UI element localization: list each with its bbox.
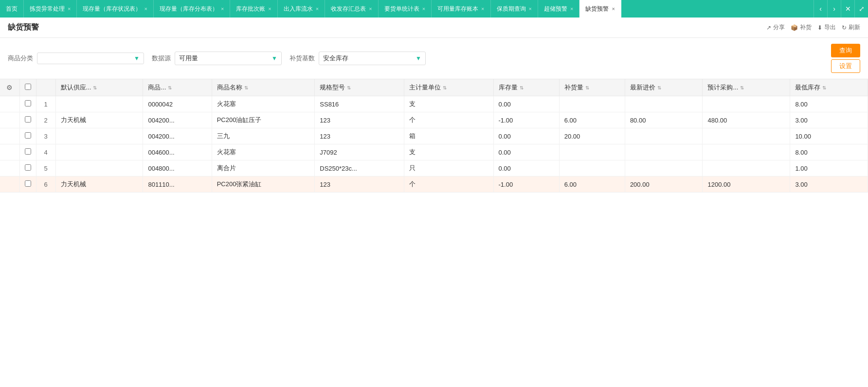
cell-est-purchase [703, 144, 790, 160]
cell-replenish-qty [559, 96, 625, 112]
cell-latest-price: 80.00 [625, 112, 703, 128]
chevron-down-icon: ▼ [134, 55, 140, 62]
close-icon[interactable]: × [422, 6, 425, 12]
row-number: 1 [36, 96, 55, 112]
cell-min-stock: 8.00 [790, 144, 868, 160]
cell-spec: 123 [315, 176, 404, 193]
tab-requisition[interactable]: 要货单统计表 × [379, 0, 432, 18]
row-checkbox-cell[interactable] [19, 160, 36, 176]
tab-picking[interactable]: 拣货异常处理 × [24, 0, 77, 18]
close-icon[interactable]: × [68, 6, 71, 12]
close-icon[interactable]: × [221, 6, 224, 12]
th-spec[interactable]: 规格型号 ⇅ [315, 79, 404, 96]
share-button[interactable]: ↗ 分享 [766, 23, 785, 32]
category-filter-group: 商品分类 ▼ [8, 53, 144, 64]
th-checkbox[interactable] [19, 79, 36, 96]
query-button[interactable]: 查询 [831, 44, 860, 57]
table-row[interactable]: 1 0000042 火花塞 SS816 支 0.00 8.00 [0, 96, 868, 112]
cell-unit: 个 [404, 112, 493, 128]
cell-stock: -1.00 [493, 112, 559, 128]
cell-product-code: 004600... [143, 144, 212, 160]
cell-unit: 只 [404, 160, 493, 176]
cell-est-purchase [703, 128, 790, 144]
tab-overstock[interactable]: 超储预警 × [538, 0, 579, 18]
th-settings[interactable]: ⚙ [0, 79, 19, 96]
tab-close-button[interactable]: ✕ [841, 0, 854, 18]
sort-icon: ⇅ [443, 85, 447, 90]
tab-prev-button[interactable]: ‹ [814, 0, 827, 18]
close-icon[interactable]: × [316, 6, 319, 12]
row-number: 3 [36, 128, 55, 144]
replenish-button[interactable]: 📦 补货 [791, 23, 812, 32]
th-stock[interactable]: 库存量 ⇅ [493, 79, 559, 96]
th-est-purchase[interactable]: 预计采购... ⇅ [703, 79, 790, 96]
table-row[interactable]: 3 004200... 三九 123 箱 0.00 20.00 10.00 [0, 128, 868, 144]
close-icon[interactable]: × [570, 6, 573, 12]
th-unit[interactable]: 主计量单位 ⇅ [404, 79, 493, 96]
row-checkbox[interactable] [25, 148, 31, 155]
row-checkbox[interactable] [25, 180, 31, 187]
tab-next-button[interactable]: › [827, 0, 841, 18]
cell-latest-price: 200.00 [625, 176, 703, 193]
close-icon[interactable]: × [612, 6, 615, 12]
tab-shortage[interactable]: 缺货预警 × [579, 0, 621, 18]
select-all-checkbox[interactable] [25, 84, 31, 90]
table-row[interactable]: 5 004800... 离合片 DS250*23c... 只 0.00 1.00 [0, 160, 868, 176]
close-icon[interactable]: × [529, 6, 532, 12]
close-icon[interactable]: × [268, 6, 271, 12]
th-replenish-qty[interactable]: 补货量 ⇅ [559, 79, 625, 96]
cell-product-name: 火花塞 [212, 96, 315, 112]
cell-min-stock: 1.00 [790, 160, 868, 176]
row-checkbox-cell[interactable] [19, 112, 36, 128]
tab-home[interactable]: 首页 [0, 0, 24, 18]
tab-available-ledger[interactable]: 可用量库存账本 × [432, 0, 490, 18]
tab-quality[interactable]: 保质期查询 × [491, 0, 538, 18]
row-checkbox-cell[interactable] [19, 96, 36, 112]
row-checkbox-cell[interactable] [19, 176, 36, 193]
settings-button[interactable]: 设置 [831, 59, 860, 73]
table-row[interactable]: 6 力天机械 801110... PC200张紧油缸 123 个 -1.00 6… [0, 176, 868, 193]
row-checkbox[interactable] [25, 116, 31, 123]
table-row[interactable]: 2 力天机械 004200... PC200油缸压子 123 个 -1.00 6… [0, 112, 868, 128]
table-row[interactable]: 4 004600... 火花塞 J7092 支 0.00 8.00 [0, 144, 868, 160]
th-product-code[interactable]: 商品... ⇅ [143, 79, 212, 96]
row-checkbox-cell[interactable] [19, 128, 36, 144]
cell-product-code: 801110... [143, 176, 212, 193]
sort-icon: ⇅ [244, 85, 248, 90]
th-default-supplier[interactable]: 默认供应... ⇅ [55, 79, 143, 96]
tab-stock-status[interactable]: 现存量（库存状况表） × [77, 0, 153, 18]
replenish-base-select[interactable]: 安全库存 ▼ [319, 52, 426, 65]
row-checkbox[interactable] [25, 164, 31, 171]
export-button[interactable]: ⬇ 导出 [817, 23, 836, 32]
gear-icon[interactable]: ⚙ [6, 84, 13, 91]
cell-latest-price [625, 160, 703, 176]
th-min-stock[interactable]: 最低库存 ⇅ [790, 79, 868, 96]
tab-batch-account[interactable]: 库存批次账 × [230, 0, 277, 18]
cell-product-name: PC200张紧油缸 [212, 176, 315, 193]
th-latest-price[interactable]: 最新进价 ⇅ [625, 79, 703, 96]
datasource-select[interactable]: 可用量 ▼ [175, 52, 282, 65]
th-product-name[interactable]: 商品名称 ⇅ [212, 79, 315, 96]
page-title: 缺货预警 [8, 22, 39, 33]
close-icon[interactable]: × [481, 6, 484, 12]
tab-stock-dist[interactable]: 现存量（库存分布表） × [154, 0, 230, 18]
row-checkbox[interactable] [25, 132, 31, 139]
refresh-button[interactable]: ↻ 刷新 [842, 23, 860, 32]
header-actions: ↗ 分享 📦 补货 ⬇ 导出 ↻ 刷新 [766, 23, 860, 32]
cell-product-name: 离合片 [212, 160, 315, 176]
close-icon[interactable]: × [369, 6, 372, 12]
cell-unit: 支 [404, 144, 493, 160]
tab-expand-button[interactable]: ⤢ [854, 0, 868, 18]
close-icon[interactable]: × [144, 6, 147, 12]
row-checkbox[interactable] [25, 100, 31, 106]
tab-summary[interactable]: 收发存汇总表 × [325, 0, 378, 18]
sort-icon: ⇅ [657, 85, 661, 90]
filter-bar: 商品分类 ▼ 数据源 可用量 ▼ 补货基数 安全库存 ▼ 查询 设置 [0, 38, 868, 79]
tab-flow[interactable]: 出入库流水 × [278, 0, 325, 18]
cell-est-purchase [703, 96, 790, 112]
sort-icon: ⇅ [168, 85, 172, 90]
category-select[interactable]: ▼ [37, 53, 144, 64]
cell-latest-price [625, 144, 703, 160]
sort-icon: ⇅ [740, 85, 744, 90]
row-checkbox-cell[interactable] [19, 144, 36, 160]
